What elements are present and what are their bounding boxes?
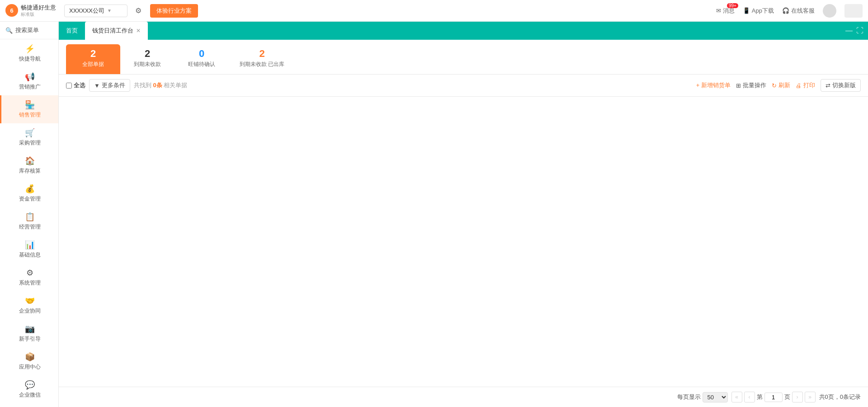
home-icon: 🏠 bbox=[25, 156, 35, 166]
megaphone-icon: 📢 bbox=[25, 72, 35, 82]
tab-work-bench[interactable]: 钱货日清工作台 ✕ bbox=[85, 22, 148, 40]
toolbar-right: + 新增销货单 ⊞ 批量操作 ↻ 刷新 🖨 打印 ⇄ bbox=[696, 79, 861, 92]
sidebar-item-guide[interactable]: 📷 新手引导 bbox=[0, 319, 58, 347]
message-badge: 99+ bbox=[727, 3, 738, 8]
sidebar-item-basic-info[interactable]: 📊 基础信息 bbox=[0, 235, 58, 263]
switch-version-button[interactable]: ⇄ 切换新版 bbox=[821, 79, 861, 92]
sidebar-item-wechat[interactable]: 💬 企业微信 bbox=[0, 375, 58, 403]
stat-tab-overdue[interactable]: 2 到期未收款 bbox=[120, 44, 175, 74]
toolbar-left: 全选 ▼ 更多条件 共找到 0条 相关单据 bbox=[66, 79, 187, 92]
sidebar-item-enterprise[interactable]: 🤝 企业协同 bbox=[0, 291, 58, 319]
headset-icon: 🎧 bbox=[782, 7, 789, 14]
batch-operation-button[interactable]: ⊞ 批量操作 bbox=[736, 81, 766, 89]
settings-icon[interactable]: ⚙ bbox=[131, 4, 146, 18]
sidebar-item-inventory[interactable]: 🏠 库存核算 bbox=[0, 151, 58, 179]
sidebar-item-finance[interactable]: 💰 资金管理 bbox=[0, 179, 58, 207]
logo-text: 畅捷通好生意 标准版 bbox=[21, 4, 56, 18]
chevron-down-icon: ▼ bbox=[107, 8, 112, 13]
search-menu-item[interactable]: 🔍 搜索菜单 bbox=[0, 22, 58, 39]
batch-icon: ⊞ bbox=[736, 82, 741, 89]
toolbar: 全选 ▼ 更多条件 共找到 0条 相关单据 + 新增销货单 ⊞ bbox=[59, 75, 868, 97]
content-area: 首页 钱货日清工作台 ✕ — ⛶ 2 全部单据 2 到期未收款 bbox=[59, 22, 868, 407]
maximize-icon[interactable]: ⛶ bbox=[856, 27, 863, 35]
select-all-input[interactable] bbox=[66, 83, 72, 89]
user-name[interactable] bbox=[844, 4, 863, 18]
company-selector[interactable]: XXXXXX公司 ▼ bbox=[64, 5, 127, 17]
money-icon: 💰 bbox=[25, 184, 35, 194]
first-page-button[interactable]: « bbox=[731, 392, 742, 402]
sidebar-item-purchase[interactable]: 🛒 采购管理 bbox=[0, 123, 58, 151]
work-area: 2 全部单据 2 到期未收款 0 旺铺待确认 2 到期未收款 已出库 bbox=[59, 40, 868, 407]
box-icon: 📦 bbox=[25, 352, 35, 362]
handshake-icon: 🤝 bbox=[25, 296, 35, 306]
switch-icon: ⇄ bbox=[826, 82, 830, 89]
page-size-select[interactable]: 50 100 200 bbox=[703, 392, 728, 402]
camera-icon: 📷 bbox=[25, 324, 35, 334]
tab-bar-actions: — ⛶ bbox=[845, 27, 868, 35]
header-right: ✉ 消息 99+ 📱 App下载 🎧 在线客服 bbox=[716, 4, 863, 18]
next-page-button[interactable]: › bbox=[792, 392, 803, 402]
logo-area: 6 畅捷通好生意 标准版 bbox=[5, 4, 64, 18]
stat-tab-all[interactable]: 2 全部单据 bbox=[66, 44, 120, 74]
last-page-button[interactable]: » bbox=[805, 392, 816, 402]
store-icon: 🏪 bbox=[25, 100, 35, 110]
refresh-icon: ↻ bbox=[772, 82, 777, 89]
sidebar-item-member[interactable]: 🔻 畅会员 bbox=[0, 403, 58, 407]
flash-icon: ⚡ bbox=[25, 44, 35, 54]
more-filters-button[interactable]: ▼ 更多条件 bbox=[89, 79, 130, 92]
app-icon: 📱 bbox=[743, 7, 750, 14]
sidebar-item-system[interactable]: ⚙ 系统管理 bbox=[0, 263, 58, 291]
table-icon: 📊 bbox=[25, 240, 35, 250]
sidebar-item-app-center[interactable]: 📦 应用中心 bbox=[0, 347, 58, 375]
minimize-icon[interactable]: — bbox=[845, 27, 853, 35]
refresh-button[interactable]: ↻ 刷新 bbox=[772, 81, 790, 89]
stat-tab-pending[interactable]: 0 旺铺待确认 bbox=[175, 44, 229, 74]
message-button[interactable]: ✉ 消息 99+ bbox=[716, 7, 735, 15]
print-button[interactable]: 🖨 打印 bbox=[796, 81, 815, 89]
app-download-button[interactable]: 📱 App下载 bbox=[743, 7, 774, 15]
cart-icon: 🛒 bbox=[25, 128, 35, 138]
page-number-input[interactable] bbox=[764, 393, 783, 402]
chat-icon: 💬 bbox=[25, 380, 35, 390]
print-icon: 🖨 bbox=[796, 82, 802, 89]
select-all-checkbox[interactable]: 全选 bbox=[66, 81, 85, 89]
filter-icon: ▼ bbox=[94, 82, 100, 89]
logo-icon: 6 bbox=[5, 4, 18, 17]
sidebar-item-sales[interactable]: 🏪 销售管理 bbox=[0, 95, 58, 123]
online-service-button[interactable]: 🎧 在线客服 bbox=[782, 7, 815, 15]
sidebar-item-quick-nav[interactable]: ⚡ 快捷导航 bbox=[0, 39, 58, 67]
main-layout: 🔍 搜索菜单 ⚡ 快捷导航 📢 营销推广 🏪 销售管理 🛒 采购管理 🏠 库存核… bbox=[0, 22, 868, 407]
table-area bbox=[59, 97, 868, 387]
sidebar-item-marketing[interactable]: 📢 营销推广 bbox=[0, 67, 58, 95]
pagination: 每页显示 50 100 200 « ‹ 第 页 › » 共0页，0条记录 bbox=[59, 387, 868, 407]
top-header: 6 畅捷通好生意 标准版 XXXXXX公司 ▼ ⚙ 体验行业方案 ✉ 消息 99… bbox=[0, 0, 868, 22]
tab-bar: 首页 钱货日清工作台 ✕ — ⛶ bbox=[59, 22, 868, 40]
page-navigation: « ‹ 第 页 › » bbox=[731, 392, 816, 402]
search-icon: 🔍 bbox=[5, 27, 13, 34]
clipboard-icon: 📋 bbox=[25, 212, 35, 222]
add-sales-order-button[interactable]: + 新增销货单 bbox=[696, 81, 731, 89]
gear-icon: ⚙ bbox=[26, 268, 33, 278]
page-size-selector: 每页显示 50 100 200 bbox=[677, 392, 728, 402]
stats-tabs: 2 全部单据 2 到期未收款 0 旺铺待确认 2 到期未收款 已出库 bbox=[59, 40, 868, 75]
tab-close-icon[interactable]: ✕ bbox=[136, 28, 141, 34]
found-text: 共找到 0条 相关单据 bbox=[134, 81, 187, 89]
trial-button[interactable]: 体验行业方案 bbox=[150, 4, 198, 18]
message-icon: ✉ bbox=[716, 7, 721, 14]
prev-page-button[interactable]: ‹ bbox=[744, 392, 755, 402]
avatar[interactable] bbox=[823, 4, 836, 18]
sidebar: 🔍 搜索菜单 ⚡ 快捷导航 📢 营销推广 🏪 销售管理 🛒 采购管理 🏠 库存核… bbox=[0, 22, 59, 407]
total-records: 共0页，0条记录 bbox=[819, 393, 861, 401]
stat-tab-overdue-shipped[interactable]: 2 到期未收款 已出库 bbox=[229, 44, 295, 74]
sidebar-item-operations[interactable]: 📋 经营管理 bbox=[0, 207, 58, 235]
tab-home[interactable]: 首页 bbox=[59, 22, 85, 40]
